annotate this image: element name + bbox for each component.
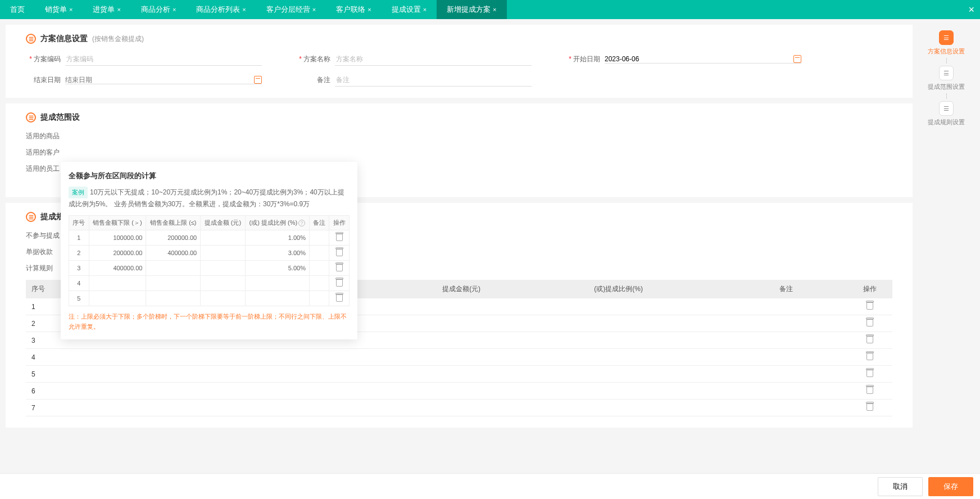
tab-new-commission[interactable]: 新增提成方案× (437, 0, 506, 19)
close-icon[interactable]: × (368, 6, 371, 13)
table-row: 4 (69, 276, 350, 291)
tab-bar: 首页 销货单× 进货单× 商品分析× 商品分析列表× 客户分层经营× 客户联络×… (0, 0, 980, 19)
table-row: 3400000.005.00% (69, 261, 350, 276)
close-icon[interactable]: × (312, 6, 316, 13)
help-icon[interactable]: ? (298, 220, 305, 226)
section-subtitle: (按销售金额提成) (92, 34, 144, 44)
calendar-icon[interactable] (793, 55, 801, 63)
plan-code-input[interactable] (65, 53, 262, 66)
tab-sales[interactable]: 销货单× (35, 0, 83, 19)
delete-icon[interactable] (336, 233, 343, 241)
delete-icon[interactable] (336, 294, 343, 302)
table-row[interactable]: 6 (26, 383, 892, 400)
delete-icon[interactable] (336, 279, 343, 287)
tab-commission-settings[interactable]: 提成设置× (382, 0, 437, 19)
remark-input[interactable] (335, 74, 532, 87)
anchor-plan-info[interactable]: ☰ 方案信息设置 (928, 30, 965, 56)
close-icon[interactable]: × (493, 6, 496, 13)
table-row[interactable]: 7 (26, 400, 892, 416)
delete-icon[interactable] (866, 319, 873, 326)
close-icon[interactable]: × (242, 6, 246, 13)
anchor-icon: ☰ (939, 30, 954, 45)
plan-name-input[interactable] (335, 53, 532, 66)
table-row: 2200000.00400000.003.00% (69, 246, 350, 261)
anchor-scope[interactable]: ☰ 提成范围设置 (928, 66, 965, 91)
tab-customer-contact[interactable]: 客户联络× (326, 0, 381, 19)
tab-goods-list[interactable]: 商品分析列表× (186, 0, 256, 19)
tab-bar-close-icon[interactable]: × (968, 0, 974, 19)
delete-icon[interactable] (866, 386, 873, 394)
anchor-rule[interactable]: ☰ 提成规则设置 (928, 101, 965, 126)
calendar-icon[interactable] (254, 76, 262, 84)
table-row[interactable]: 4 (26, 349, 892, 366)
close-icon[interactable]: × (117, 6, 120, 13)
section-icon: ☰ (26, 212, 36, 222)
table-row[interactable]: 5 (26, 366, 892, 383)
example-table: 序号 销售金额下限 (＞) 销售金额上限 (≤) 提成金额 (元) (或) 提成… (69, 215, 350, 306)
main-content: ☰ 方案信息设置 (按销售金额提成) *方案编码 *方案名称 *开始日期 (0, 19, 913, 473)
delete-icon[interactable] (866, 335, 873, 343)
section-icon: ☰ (26, 112, 36, 123)
tab-goods-analysis[interactable]: 商品分析× (131, 0, 186, 19)
section-icon: ☰ (26, 34, 36, 44)
start-date-input[interactable] (605, 55, 793, 63)
table-row: 5 (69, 291, 350, 306)
tab-purchase[interactable]: 进货单× (83, 0, 130, 19)
delete-icon[interactable] (866, 352, 873, 360)
popover-note: 注：上限必须大于下限；多个阶梯时，下一个阶梯下限要等于前一阶梯上限；不同行之间下… (69, 312, 350, 332)
anchor-nav: ☰ 方案信息设置 ☰ 提成范围设置 ☰ 提成规则设置 (913, 19, 980, 473)
delete-icon[interactable] (866, 302, 873, 310)
delete-icon[interactable] (336, 264, 343, 271)
section-title: 方案信息设置 (40, 34, 88, 44)
popover-title: 全额参与所在区间段的计算 (69, 171, 350, 181)
delete-icon[interactable] (866, 403, 873, 411)
example-tag: 案例 (69, 187, 88, 198)
tab-home[interactable]: 首页 (0, 0, 35, 19)
delete-icon[interactable] (336, 248, 343, 256)
table-row: 1100000.00200000.001.00% (69, 230, 350, 246)
end-date-input[interactable] (65, 76, 254, 84)
card-plan-info: ☰ 方案信息设置 (按销售金额提成) *方案编码 *方案名称 *开始日期 (6, 25, 913, 98)
anchor-icon: ☰ (939, 66, 954, 80)
delete-icon[interactable] (866, 369, 873, 377)
anchor-icon: ☰ (939, 101, 954, 116)
tab-customer-tier[interactable]: 客户分层经营× (256, 0, 326, 19)
close-icon[interactable]: × (69, 6, 72, 13)
close-icon[interactable]: × (423, 6, 427, 13)
section-title: 提成范围设 (40, 112, 80, 123)
example-popover: 全额参与所在区间段的计算 案例10万元以下无提成；10~20万元提成比例为1%；… (61, 162, 357, 339)
close-icon[interactable]: × (173, 6, 176, 13)
